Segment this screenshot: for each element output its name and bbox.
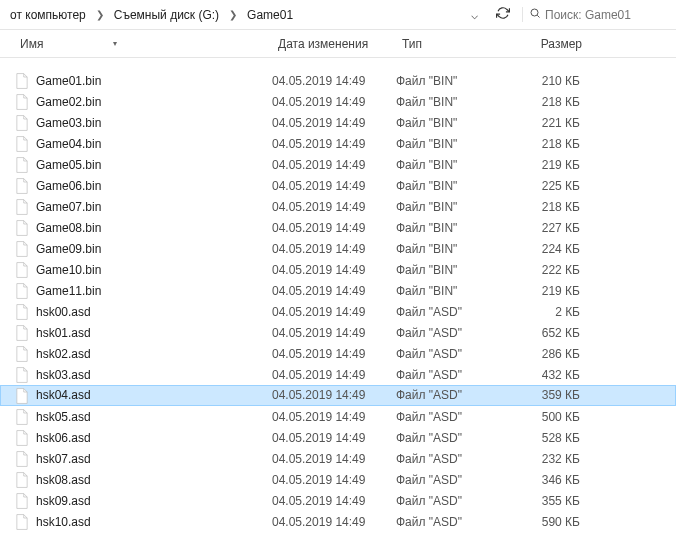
- file-icon: [14, 73, 30, 89]
- file-row[interactable]: hsk07.asd04.05.2019 14:49Файл "ASD"232 К…: [0, 448, 676, 469]
- file-size: 219 КБ: [510, 158, 594, 172]
- breadcrumb-item[interactable]: Game01: [243, 6, 297, 24]
- breadcrumb-item[interactable]: от компьютер: [6, 6, 90, 24]
- chevron-down-icon[interactable]: ⌵: [465, 6, 484, 24]
- file-row[interactable]: Game09.bin04.05.2019 14:49Файл "BIN"224 …: [0, 238, 676, 259]
- column-header-size[interactable]: Размер: [512, 33, 596, 55]
- file-name: Game10.bin: [34, 263, 270, 277]
- file-list[interactable]: Game01.bin04.05.2019 14:49Файл "BIN"210 …: [0, 58, 676, 547]
- file-icon: [14, 388, 30, 404]
- file-icon: [14, 262, 30, 278]
- file-type: Файл "ASD": [394, 494, 510, 508]
- search-input[interactable]: [545, 8, 665, 22]
- file-size: 232 КБ: [510, 452, 594, 466]
- file-name: hsk04.asd: [34, 388, 270, 402]
- file-row[interactable]: hsk08.asd04.05.2019 14:49Файл "ASD"346 К…: [0, 469, 676, 490]
- file-name: hsk06.asd: [34, 431, 270, 445]
- file-name: Game03.bin: [34, 116, 270, 130]
- file-row[interactable]: hsk04.asd04.05.2019 14:49Файл "ASD"359 К…: [0, 385, 676, 406]
- file-name: hsk05.asd: [34, 410, 270, 424]
- column-header-label: Имя: [20, 37, 43, 51]
- file-date: 04.05.2019 14:49: [270, 326, 394, 340]
- file-name: hsk02.asd: [34, 347, 270, 361]
- file-type: Файл "ASD": [394, 388, 510, 402]
- refresh-button[interactable]: [488, 4, 518, 25]
- file-type: Файл "ASD": [394, 473, 510, 487]
- breadcrumb: от компьютер ❯ Съемный диск (G:) ❯ Game0…: [4, 6, 297, 24]
- file-row[interactable]: hsk00.asd04.05.2019 14:49Файл "ASD"2 КБ: [0, 301, 676, 322]
- file-type: Файл "ASD": [394, 368, 510, 382]
- file-name: Game11.bin: [34, 284, 270, 298]
- file-row[interactable]: hsk01.asd04.05.2019 14:49Файл "ASD"652 К…: [0, 322, 676, 343]
- file-size: 590 КБ: [510, 515, 594, 529]
- breadcrumb-item[interactable]: Съемный диск (G:): [110, 6, 223, 24]
- file-row[interactable]: Game11.bin04.05.2019 14:49Файл "BIN"219 …: [0, 280, 676, 301]
- file-size: 225 КБ: [510, 179, 594, 193]
- file-type: Файл "BIN": [394, 284, 510, 298]
- file-size: 355 КБ: [510, 494, 594, 508]
- file-size: 2 КБ: [510, 305, 594, 319]
- file-size: 218 КБ: [510, 200, 594, 214]
- file-date: 04.05.2019 14:49: [270, 431, 394, 445]
- file-icon: [14, 472, 30, 488]
- chevron-right-icon[interactable]: ❯: [94, 9, 106, 20]
- file-size: 221 КБ: [510, 116, 594, 130]
- file-row[interactable]: Game08.bin04.05.2019 14:49Файл "BIN"227 …: [0, 217, 676, 238]
- file-date: 04.05.2019 14:49: [270, 515, 394, 529]
- file-date: 04.05.2019 14:49: [270, 74, 394, 88]
- file-row[interactable]: Game07.bin04.05.2019 14:49Файл "BIN"218 …: [0, 196, 676, 217]
- column-header-type[interactable]: Тип: [396, 33, 512, 55]
- file-icon: [14, 136, 30, 152]
- file-row[interactable]: hsk09.asd04.05.2019 14:49Файл "ASD"355 К…: [0, 490, 676, 511]
- file-icon: [14, 220, 30, 236]
- file-name: hsk00.asd: [34, 305, 270, 319]
- file-row[interactable]: hsk06.asd04.05.2019 14:49Файл "ASD"528 К…: [0, 427, 676, 448]
- sort-arrow-icon: ▾: [113, 39, 117, 48]
- chevron-right-icon[interactable]: ❯: [227, 9, 239, 20]
- file-row[interactable]: hsk03.asd04.05.2019 14:49Файл "ASD"432 К…: [0, 364, 676, 385]
- file-row[interactable]: Game02.bin04.05.2019 14:49Файл "BIN"218 …: [0, 91, 676, 112]
- file-type: Файл "ASD": [394, 347, 510, 361]
- column-header-date[interactable]: Дата изменения: [272, 33, 396, 55]
- file-type: Файл "BIN": [394, 116, 510, 130]
- file-type: Файл "BIN": [394, 179, 510, 193]
- file-name: Game02.bin: [34, 95, 270, 109]
- file-row[interactable]: Game10.bin04.05.2019 14:49Файл "BIN"222 …: [0, 259, 676, 280]
- file-date: 04.05.2019 14:49: [270, 305, 394, 319]
- file-row[interactable]: Game03.bin04.05.2019 14:49Файл "BIN"221 …: [0, 112, 676, 133]
- file-size: 500 КБ: [510, 410, 594, 424]
- file-icon: [14, 346, 30, 362]
- file-size: 219 КБ: [510, 284, 594, 298]
- file-size: 222 КБ: [510, 263, 594, 277]
- file-row[interactable]: Game05.bin04.05.2019 14:49Файл "BIN"219 …: [0, 154, 676, 175]
- file-date: 04.05.2019 14:49: [270, 494, 394, 508]
- file-icon: [14, 409, 30, 425]
- file-size: 432 КБ: [510, 368, 594, 382]
- file-name: Game07.bin: [34, 200, 270, 214]
- file-size: 224 КБ: [510, 242, 594, 256]
- file-icon: [14, 430, 30, 446]
- file-row[interactable]: hsk05.asd04.05.2019 14:49Файл "ASD"500 К…: [0, 406, 676, 427]
- file-icon: [14, 514, 30, 530]
- file-date: 04.05.2019 14:49: [270, 137, 394, 151]
- file-icon: [14, 241, 30, 257]
- file-row[interactable]: Game01.bin04.05.2019 14:49Файл "BIN"210 …: [0, 70, 676, 91]
- file-type: Файл "BIN": [394, 158, 510, 172]
- file-size: 210 КБ: [510, 74, 594, 88]
- file-type: Файл "BIN": [394, 242, 510, 256]
- file-type: Файл "ASD": [394, 431, 510, 445]
- file-row[interactable]: hsk10.asd04.05.2019 14:49Файл "ASD"590 К…: [0, 511, 676, 532]
- file-name: hsk08.asd: [34, 473, 270, 487]
- file-type: Файл "BIN": [394, 137, 510, 151]
- file-type: Файл "ASD": [394, 515, 510, 529]
- file-type: Файл "ASD": [394, 326, 510, 340]
- file-row[interactable]: Game06.bin04.05.2019 14:49Файл "BIN"225 …: [0, 175, 676, 196]
- file-row[interactable]: Game04.bin04.05.2019 14:49Файл "BIN"218 …: [0, 133, 676, 154]
- file-icon: [14, 304, 30, 320]
- file-row[interactable]: hsk02.asd04.05.2019 14:49Файл "ASD"286 К…: [0, 343, 676, 364]
- column-header-name[interactable]: Имя ▾: [14, 33, 272, 55]
- file-name: hsk03.asd: [34, 368, 270, 382]
- file-type: Файл "ASD": [394, 452, 510, 466]
- file-name: Game06.bin: [34, 179, 270, 193]
- file-date: 04.05.2019 14:49: [270, 242, 394, 256]
